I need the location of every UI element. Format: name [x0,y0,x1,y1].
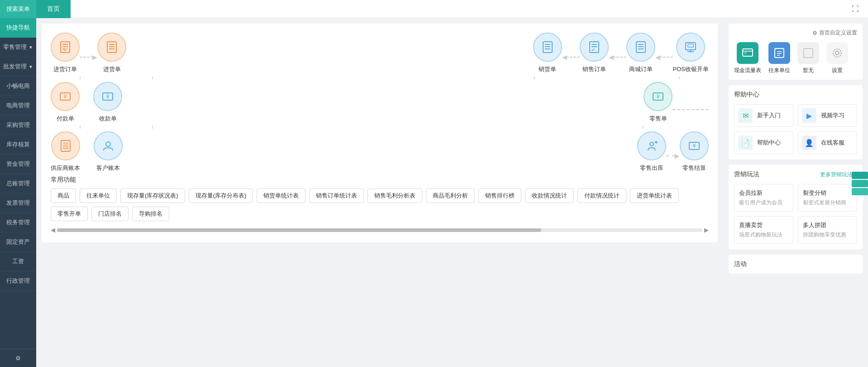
svg-point-35 [650,142,653,146]
flow-node-purchase-order[interactable]: 进货订单 [51,33,80,73]
sidebar-item-finance[interactable]: 资金管理 [0,155,36,174]
func-btn-guide-rank[interactable]: 导购排名 [132,207,169,221]
help-item-helpcenter[interactable]: 📄 帮助中心 [734,131,793,154]
svg-text:¥: ¥ [63,93,67,100]
sidebar-item-ledger[interactable]: 总账管理 [0,174,36,193]
sidebar-item-tax[interactable]: 税务管理 [0,213,36,232]
activity-title: 活动 [734,260,857,268]
common-func-section: 常用功能 商品 往来单位 现存量(库存状况表) 现存量(库存分布表) 销货单统计… [51,176,709,221]
help-item-video[interactable]: ▶ 视频学习 [798,104,857,127]
marketing-item-group[interactable]: 多人拼团 拼团购物享受优惠 [798,216,857,244]
scroll-left-icon[interactable]: ◀ [51,227,55,233]
marketing-item-live[interactable]: 直播卖货 场景式购物新玩法 [734,216,793,244]
scrollbar-thumb[interactable] [57,228,541,232]
flow-node-payment[interactable]: ¥ 付款单 [51,82,80,123]
quick-icon-cashflow[interactable]: 现金流量表 [734,42,761,74]
scroll-right-icon[interactable]: ▶ [704,227,709,233]
receipt-icon: ¥ [93,82,122,111]
sidebar: 快捷导航 零售管理 ▼ 批发管理 ▼ 小畅电商 电商管理 采购管理 库存核算 资… [0,18,36,367]
marketing-card: 营销玩法 更多营销玩法 > 会员拉新 吸引用户成为会员 裂变分销 裂变式发展分销… [729,165,863,249]
sales-icon [533,33,562,62]
flow-node-retail-settle[interactable]: ¥ 零售结算 [680,131,709,172]
quick-access-card: ⚙ 首页自定义设置 现金流量表 往来单位 [729,24,863,80]
cashflow-icon-box [737,42,758,64]
marketing-item-member[interactable]: 会员拉新 吸引用户成为会员 [734,184,793,212]
supplier-account-label: 供应商账本 [51,164,80,172]
func-btn-sales-rank[interactable]: 销售排行榜 [478,188,521,203]
sidebar-label: 资金管理 [6,160,30,168]
flow-node-retail-out[interactable]: 零售出库 [637,131,666,172]
help-item-support[interactable]: 👤 在线客服 [798,131,857,154]
svg-point-47 [835,51,839,55]
marketing-item-fission[interactable]: 裂变分销 裂变式发展分销商 [798,184,857,212]
quick-icons-row: 现金流量表 往来单位 暂无 [734,42,857,74]
float-btn-desktop[interactable]: 桌面快捷 [852,188,868,195]
flow-node-mall-order[interactable]: 商城订单 [626,33,655,73]
quick-icon-settings[interactable]: 设置 [826,42,848,74]
search-menu-button[interactable]: 搜索菜单 [0,0,36,18]
flow-node-purchase[interactable]: 进货单 [97,33,126,73]
arrow-left-3: ◀ [655,53,673,73]
mall-order-icon [626,33,655,62]
sidebar-item-wholesale[interactable]: 批发管理 ▼ [0,57,36,77]
flow-node-pos[interactable]: POS收银开单 [673,33,709,73]
none-label: 暂无 [803,67,814,74]
float-btn-service[interactable]: 客服热线 [852,172,868,179]
partner-icon-box [768,42,790,64]
home-tab[interactable]: 首页 [36,0,71,18]
purchase-label: 进货单 [103,65,121,73]
func-btn-retail-order[interactable]: 零售开单 [51,207,88,221]
func-grid: 商品 往来单位 现存量(库存状况表) 现存量(库存分布表) 销货单统计表 销售订… [51,188,709,221]
float-btn-community[interactable]: 服务社区 [852,180,868,187]
sidebar-item-purchase[interactable]: 采购管理 [0,116,36,135]
sidebar-item-admin[interactable]: 行政管理 [0,271,36,291]
flow-node-retail[interactable]: ¥ 零售单 [644,82,672,123]
help-item-beginner[interactable]: ✉ 新手入门 [734,104,793,127]
func-btn-store-rank[interactable]: 门店排名 [91,207,129,221]
quick-icon-partner[interactable]: 往来单位 [768,42,790,74]
func-btn-sales-order-stat[interactable]: 销售订单统计表 [309,188,364,203]
func-btn-sales-stat[interactable]: 销货单统计表 [257,188,305,203]
sidebar-item-assets[interactable]: 固定资产 [0,232,36,252]
sidebar-item-salary[interactable]: 工资 [0,252,36,271]
expand-icon[interactable]: ⛶ [850,4,861,14]
sidebar-item-ecommerce-small[interactable]: 小畅电商 [0,77,36,96]
customize-button[interactable]: ⚙ 首页自定义设置 [812,29,857,37]
flow-node-sales-order[interactable]: 销售订单 [580,33,609,73]
quick-icon-none[interactable]: 暂无 [797,42,819,74]
arrow-right-1: ▶ [80,53,97,73]
content-area: 进货订单 ▶ 进货单 [36,18,868,367]
help-title: 帮助中心 [734,91,857,99]
func-btn-goods-profit[interactable]: 商品毛利分析 [426,188,475,203]
flow-node-customer-account[interactable]: 客户账本 [94,131,123,172]
pos-label: POS收银开单 [673,65,709,73]
group-desc: 拼团购物享受优惠 [803,231,852,239]
flow-node-supplier-account[interactable]: 供应商账本 [51,131,80,172]
flow-node-sales[interactable]: 销货单 [533,33,562,73]
main-panel: 进货订单 ▶ 进货单 [36,18,723,367]
func-btn-receipt-stat[interactable]: 收款情况统计 [525,188,574,203]
sidebar-item-quicknav[interactable]: 快捷导航 [0,18,36,38]
sidebar-label: 固定资产 [6,238,30,246]
func-btn-purchase-stat[interactable]: 进货单统计表 [630,188,679,203]
svg-text:¥: ¥ [106,93,110,100]
vertical-arrows-1: ↓ ↓ ↓ ↓ [51,73,709,80]
svg-rect-42 [775,48,784,58]
flow-node-receipt[interactable]: ¥ 收款单 [93,82,122,123]
func-btn-stock2[interactable]: 现存量(库存分布表) [189,188,253,203]
sidebar-item-retail[interactable]: 零售管理 ▼ [0,38,36,57]
func-btn-stock1[interactable]: 现存量(库存状况表) [120,188,185,203]
main-layout: 快捷导航 零售管理 ▼ 批发管理 ▼ 小畅电商 电商管理 采购管理 库存核算 资… [0,18,868,367]
sidebar-item-ecommerce[interactable]: 电商管理 [0,96,36,116]
func-btn-sales-profit[interactable]: 销售毛利分析表 [367,188,422,203]
func-btn-payment-stat[interactable]: 付款情况统计 [577,188,626,203]
sidebar-item-invoice[interactable]: 发票管理 [0,193,36,213]
none-icon-box [797,42,819,64]
func-btn-partner[interactable]: 往来单位 [80,188,117,203]
sidebar-settings[interactable]: ⚙ [0,349,36,367]
func-btn-goods[interactable]: 商品 [51,188,76,203]
sidebar-item-inventory[interactable]: 库存核算 [0,135,36,155]
customer-account-label: 客户账本 [96,164,120,172]
quick-nav-card: 进货订单 ▶ 进货单 [42,24,718,242]
scrollbar-track[interactable] [57,228,702,232]
